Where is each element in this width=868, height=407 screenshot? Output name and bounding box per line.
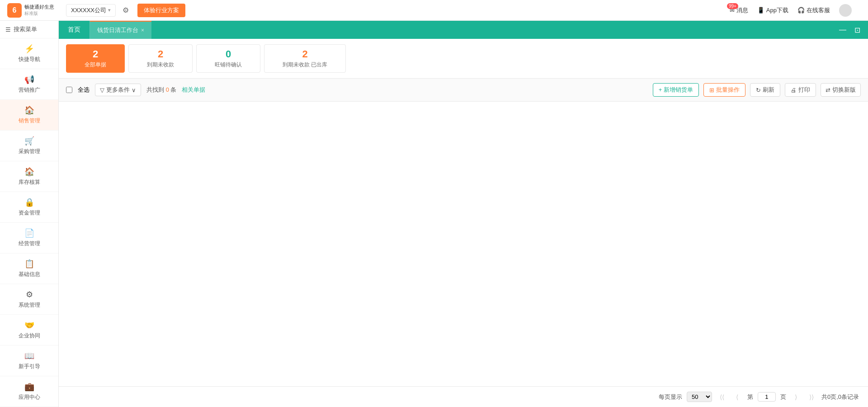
- more-filter-button[interactable]: ▽ 更多条件 ∨: [95, 84, 141, 96]
- page-label-prefix: 第: [747, 393, 753, 401]
- sidebar-item-finance[interactable]: 🔒 资金管理: [0, 192, 58, 223]
- stat-count-overdue-unshipped: 2: [302, 48, 308, 60]
- doc-icon: 📄: [24, 228, 34, 238]
- page-size-select[interactable]: 50 10 20 100: [687, 392, 712, 402]
- message-button[interactable]: ✉ 99+ 消息: [730, 6, 748, 14]
- prev-page-button[interactable]: ⟨: [732, 392, 743, 402]
- sidebar-item-app-center[interactable]: 💼 应用中心: [0, 376, 58, 407]
- online-service-label: 在线客服: [807, 6, 830, 14]
- sidebar-item-system[interactable]: ⚙ 系统管理: [0, 284, 58, 315]
- sidebar-item-quick-nav[interactable]: ⚡ 快捷导航: [0, 38, 58, 69]
- tab-home-label: 首页: [68, 26, 80, 34]
- batch-operation-button[interactable]: ⊞ 批量操作: [703, 83, 745, 97]
- megaphone-icon: 📢: [24, 75, 34, 84]
- sidebar-item-search[interactable]: ☰ 搜索菜单: [0, 21, 58, 38]
- print-icon: 🖨: [791, 87, 797, 94]
- sidebar-item-purchase[interactable]: 🛒 采购管理: [0, 131, 58, 161]
- sidebar-system-label: 系统管理: [19, 301, 40, 309]
- select-all-checkbox[interactable]: [66, 87, 72, 93]
- page-size-label: 每页显示: [659, 393, 682, 401]
- sidebar-marketing-label: 营销推广: [19, 86, 40, 94]
- more-filter-label: 更多条件: [106, 86, 130, 94]
- switch-version-button[interactable]: ⇄ 切换新版: [821, 83, 861, 97]
- chevron-down-icon: ∨: [132, 87, 136, 94]
- pagination-bar: 每页显示 50 10 20 100 ⟨⟨ ⟨ 第 页 ⟩ ⟩⟩ 共0页,0条记录: [59, 386, 868, 407]
- sidebar-inventory-label: 库存核算: [19, 178, 40, 186]
- print-button[interactable]: 🖨 打印: [785, 83, 816, 97]
- stat-tab-all[interactable]: 2 全部单据: [66, 44, 125, 73]
- stat-tab-overdue-unshipped[interactable]: 2 到期未收款 已出库: [264, 44, 346, 73]
- related-records-link[interactable]: 相关单据: [182, 86, 205, 94]
- tab-close-icon[interactable]: ×: [141, 27, 144, 33]
- briefcase-icon: 💼: [24, 382, 34, 392]
- refresh-icon: ↻: [756, 87, 761, 94]
- tab-maximize-button[interactable]: ⊡: [852, 24, 863, 35]
- last-page-button[interactable]: ⟩⟩: [806, 392, 817, 402]
- batch-icon: ⊞: [709, 87, 714, 94]
- guide-icon: 📖: [24, 351, 34, 361]
- new-sales-button[interactable]: + 新增销货单: [653, 83, 699, 97]
- refresh-button[interactable]: ↻ 刷新: [750, 83, 780, 97]
- empty-state: [66, 102, 861, 282]
- sidebar-cooperation-label: 企业协同: [19, 332, 40, 340]
- toolbar-left: 全选 ▽ 更多条件 ∨ 共找到 0 条 相关单据: [66, 84, 647, 96]
- sidebar-item-operation[interactable]: 📄 经营管理: [0, 223, 58, 253]
- main-layout: ☰ 搜索菜单 ⚡ 快捷导航 📢 营销推广 🏠 销售管理 🛒 采购管理 🏠 库存核…: [0, 21, 868, 407]
- message-badge: 99+: [727, 3, 738, 9]
- chevron-down-icon: ▾: [108, 7, 111, 13]
- tab-qhrt[interactable]: 钱货日清工作台 ×: [90, 21, 151, 39]
- stat-count-pending-confirm: 0: [226, 48, 231, 60]
- company-name: XXXXXX公司: [71, 6, 106, 14]
- stats-tabs: 2 全部单据 2 到期未收款 0 旺铺待确认 2 到期未收款 已出库: [59, 39, 868, 79]
- tab-minimize-button[interactable]: —: [837, 24, 848, 35]
- sidebar-item-basic-info[interactable]: 📋 基础信息: [0, 253, 58, 284]
- tab-home[interactable]: 首页: [59, 21, 90, 39]
- page-label-suffix: 页: [780, 393, 786, 401]
- total-label: 共0页,0条记录: [821, 393, 859, 401]
- search-icon: ☰: [5, 26, 11, 33]
- sidebar-basic-info-label: 基础信息: [19, 271, 40, 278]
- stat-label-overdue-unshipped: 到期未收款 已出库: [283, 61, 327, 69]
- message-icon-wrap: ✉ 99+: [730, 7, 735, 14]
- grid-icon: 📋: [24, 259, 34, 269]
- sidebar-item-sales[interactable]: 🏠 销售管理: [0, 100, 58, 131]
- next-page-button[interactable]: ⟩: [791, 392, 802, 402]
- lock-icon: 🔒: [24, 197, 34, 207]
- sidebar-app-center-label: 应用中心: [19, 393, 40, 401]
- app-download-button[interactable]: 📱 App下载: [757, 6, 788, 14]
- online-service-button[interactable]: 🎧 在线客服: [797, 6, 830, 14]
- warehouse-icon: 🏠: [24, 167, 34, 177]
- sidebar-search-label: 搜索菜单: [14, 25, 37, 33]
- experience-button[interactable]: 体验行业方案: [137, 4, 185, 17]
- cart-icon: 🛒: [24, 136, 34, 146]
- stat-label-pending-confirm: 旺铺待确认: [215, 61, 242, 69]
- home-icon: 🏠: [24, 105, 34, 115]
- stat-label-all: 全部单据: [85, 61, 106, 69]
- found-text: 共找到: [146, 86, 164, 93]
- content-area: 首页 钱货日清工作台 × — ⊡ 2 全部单据 2 到期未收款: [59, 21, 868, 407]
- batch-label: 批量操作: [716, 86, 740, 94]
- settings-button[interactable]: ⚙: [119, 4, 132, 17]
- first-page-button[interactable]: ⟨⟨: [717, 392, 727, 402]
- found-count: 共找到 0 条: [146, 86, 176, 94]
- avatar[interactable]: [839, 4, 852, 17]
- toolbar-right: + 新增销货单 ⊞ 批量操作 ↻ 刷新 🖨 打印 ⇄: [653, 83, 861, 97]
- sidebar-item-marketing[interactable]: 📢 营销推广: [0, 69, 58, 100]
- switch-label: 切换新版: [832, 86, 856, 94]
- data-area: [59, 102, 868, 386]
- sidebar-newbie-label: 新手引导: [19, 363, 40, 370]
- sidebar-item-cooperation[interactable]: 🤝 企业协同: [0, 315, 58, 346]
- app-edition: 标准版: [24, 10, 54, 17]
- toolbar: 全选 ▽ 更多条件 ∨ 共找到 0 条 相关单据 + 新增销货单: [59, 79, 868, 102]
- sidebar-item-inventory[interactable]: 🏠 库存核算: [0, 161, 58, 192]
- stat-tab-overdue-unpaid[interactable]: 2 到期未收款: [128, 44, 193, 73]
- tab-controls: — ⊡: [837, 24, 868, 35]
- app-name: 畅捷通好生意: [24, 4, 54, 10]
- company-selector[interactable]: XXXXXX公司 ▾: [66, 4, 116, 17]
- app-logo: 6 畅捷通好生意 标准版: [7, 3, 66, 18]
- sidebar-item-newbie[interactable]: 📖 新手引导: [0, 346, 58, 376]
- current-page-input[interactable]: [758, 392, 776, 402]
- found-number: 0: [166, 86, 169, 93]
- stat-tab-pending-confirm[interactable]: 0 旺铺待确认: [196, 44, 260, 73]
- logo-icon: 6: [7, 3, 22, 18]
